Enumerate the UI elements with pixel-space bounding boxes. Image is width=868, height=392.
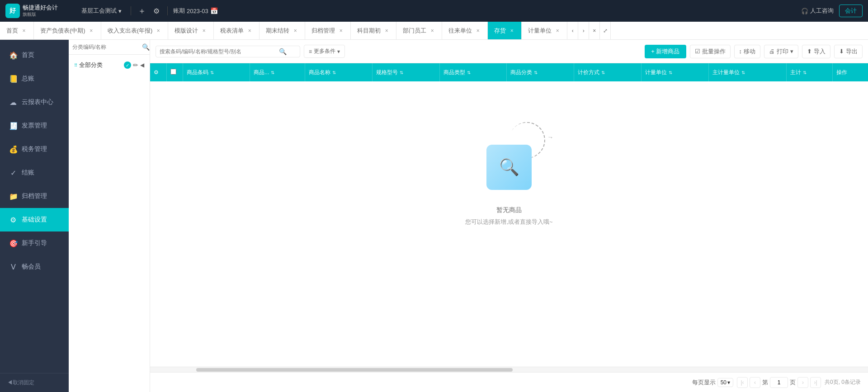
sidebar-item-invoice[interactable]: 🧾 发票管理 bbox=[0, 114, 69, 137]
sidebar-item-tax[interactable]: 💰 税务管理 bbox=[0, 137, 69, 161]
sidebar-item-archive[interactable]: 📁 归档管理 bbox=[0, 184, 69, 208]
account-button[interactable]: 会计 bbox=[839, 5, 863, 17]
th-category[interactable]: 商品分类 ⇅ bbox=[507, 63, 574, 81]
tab-income-statement-close[interactable]: × bbox=[155, 28, 161, 34]
page-label: 第 bbox=[762, 378, 768, 387]
import-button[interactable]: ⬆ 导入 bbox=[802, 45, 830, 58]
tab-dept-staff-close[interactable]: × bbox=[429, 28, 435, 34]
sidebar-item-guide[interactable]: 🎯 新手引导 bbox=[0, 231, 69, 255]
sidebar-item-checkout[interactable]: ✓ 结账 bbox=[0, 161, 69, 184]
th-main-unit[interactable]: 主计量单位 ⇅ bbox=[708, 63, 786, 81]
per-page-select[interactable]: 50 ▾ bbox=[717, 378, 733, 387]
tab-home-close[interactable]: × bbox=[21, 28, 27, 34]
category-badge: ✓ bbox=[124, 61, 131, 69]
tab-income-statement[interactable]: 收入支出表(年报) × bbox=[101, 22, 169, 40]
tab-template-close[interactable]: × bbox=[201, 28, 207, 34]
tab-close-all[interactable]: × bbox=[589, 22, 600, 40]
category-search-icon[interactable]: 🔍 bbox=[142, 43, 150, 51]
tab-tax-list[interactable]: 税表清单 × bbox=[214, 22, 259, 40]
sidebar-archive-label: 归档管理 bbox=[22, 192, 47, 200]
print-button[interactable]: 🖨 打印 ▾ bbox=[764, 45, 798, 58]
collapse-panel-icon[interactable]: ◀ bbox=[140, 62, 144, 68]
export-button[interactable]: ⬇ 导出 bbox=[834, 45, 863, 58]
th-pricing[interactable]: 计价方式 ⇅ bbox=[574, 63, 642, 81]
sidebar-item-member[interactable]: Ⅴ 畅会员 bbox=[0, 255, 69, 279]
tab-subject-init[interactable]: 科目期初 × bbox=[351, 22, 396, 40]
tab-nav-next[interactable]: › bbox=[578, 22, 589, 40]
product-search-input[interactable] bbox=[160, 48, 277, 55]
calendar-icon[interactable]: 📅 bbox=[210, 7, 218, 14]
print-arrow-icon: ▾ bbox=[790, 48, 793, 55]
tab-dept-staff[interactable]: 部门员工 × bbox=[396, 22, 442, 40]
sidebar-settings-label: 基础设置 bbox=[22, 216, 47, 224]
category-search-input[interactable] bbox=[72, 44, 140, 50]
tab-subject-init-close[interactable]: × bbox=[383, 28, 390, 34]
tab-unit[interactable]: 计量单位 × bbox=[522, 22, 567, 40]
th-action-label: 操作 bbox=[836, 69, 847, 76]
tab-tax-list-label: 税表清单 bbox=[220, 27, 244, 35]
next-page-button[interactable]: › bbox=[797, 377, 808, 388]
tab-partner-close[interactable]: × bbox=[475, 28, 481, 34]
sidebar-item-settings[interactable]: ⚙ 基础设置 bbox=[0, 208, 69, 231]
sidebar-item-ledger[interactable]: 📒 总账 bbox=[0, 67, 69, 90]
company-selector[interactable]: 基层工会测试 ▾ bbox=[78, 5, 125, 17]
th-spec[interactable]: 规格型号 ⇅ bbox=[372, 63, 439, 81]
th-settings[interactable]: ⚙ bbox=[150, 63, 166, 81]
product-search-icon[interactable]: 🔍 bbox=[279, 48, 287, 55]
unpin-label: ◀取消固定 bbox=[7, 379, 34, 387]
sort-main-unit-icon: ⇅ bbox=[741, 70, 745, 75]
page-number-input[interactable] bbox=[770, 377, 788, 388]
th-barcode[interactable]: 商品条码 ⇅ bbox=[183, 63, 250, 81]
sidebar-item-cloud-report[interactable]: ☁ 云报表中心 bbox=[0, 90, 69, 114]
app-name: 畅捷通好会计 bbox=[23, 4, 58, 11]
sort-code-icon: ⇅ bbox=[271, 70, 274, 75]
tab-home-label: 首页 bbox=[6, 27, 18, 35]
add-tab-button[interactable]: ＋ bbox=[137, 5, 147, 16]
th-main-calc-label: 主计 bbox=[790, 69, 801, 76]
tab-partner[interactable]: 往来单位 × bbox=[442, 22, 488, 40]
tab-inventory[interactable]: 存货 × bbox=[488, 22, 522, 40]
headset-icon: 🎧 bbox=[801, 8, 808, 14]
th-main-unit-label: 主计量单位 bbox=[712, 69, 740, 76]
service-button[interactable]: 🎧 人工咨询 bbox=[801, 7, 834, 15]
th-main-calc[interactable]: 主计 ⇅ bbox=[786, 63, 832, 81]
tab-archive[interactable]: 归档管理 × bbox=[305, 22, 351, 40]
move-button[interactable]: ↕ 移动 bbox=[734, 45, 761, 58]
sidebar-unpin-button[interactable]: ◀取消固定 bbox=[0, 373, 69, 392]
horizontal-scrollbar[interactable] bbox=[150, 367, 868, 372]
tab-balance-sheet-close[interactable]: × bbox=[88, 28, 94, 34]
tab-expand[interactable]: ⤢ bbox=[600, 22, 611, 40]
tab-tax-list-close[interactable]: × bbox=[246, 28, 253, 34]
th-name[interactable]: 商品名称 ⇅ bbox=[305, 63, 373, 81]
add-product-button[interactable]: + 新增商品 bbox=[645, 45, 686, 58]
edit-category-icon[interactable]: ✏ bbox=[133, 61, 138, 69]
all-categories-item[interactable]: ⠿ 全部分类 ✓ ✏ ◀ bbox=[72, 58, 146, 72]
th-code[interactable]: 商品... ⇅ bbox=[250, 63, 305, 81]
tab-archive-close[interactable]: × bbox=[338, 28, 344, 34]
global-settings-button[interactable]: ⚙ bbox=[151, 5, 162, 16]
empty-title: 暂无商品 bbox=[496, 206, 522, 214]
tab-period-transfer-close[interactable]: × bbox=[292, 28, 298, 34]
logo-icon: 好 bbox=[5, 4, 20, 18]
tab-balance-sheet[interactable]: 资产负债表(中期) × bbox=[34, 22, 101, 40]
tab-template[interactable]: 模版设计 × bbox=[168, 22, 214, 40]
th-checkbox[interactable] bbox=[166, 63, 183, 81]
page-size-selector: 每页显示 50 ▾ bbox=[692, 378, 733, 387]
filter-button[interactable]: ≡ 更多条件 ▾ bbox=[304, 45, 345, 58]
last-page-button[interactable]: ›| bbox=[810, 377, 821, 388]
select-all-checkbox[interactable] bbox=[170, 69, 176, 75]
scroll-thumb[interactable] bbox=[196, 368, 513, 372]
print-label: 打印 bbox=[777, 47, 788, 56]
tab-nav-prev[interactable]: ‹ bbox=[567, 22, 578, 40]
batch-operation-button[interactable]: ☑ 批量操作 bbox=[690, 45, 731, 58]
tab-inventory-close[interactable]: × bbox=[509, 28, 515, 34]
tab-home[interactable]: 首页 × bbox=[0, 22, 34, 40]
prev-page-button[interactable]: ‹ bbox=[750, 377, 760, 388]
th-unit[interactable]: 计量单位 ⇅ bbox=[641, 63, 708, 81]
tab-period-transfer[interactable]: 期末结转 × bbox=[259, 22, 305, 40]
th-type[interactable]: 商品类型 ⇅ bbox=[439, 63, 507, 81]
th-type-label: 商品类型 bbox=[443, 69, 465, 76]
tab-unit-close[interactable]: × bbox=[554, 28, 561, 34]
sidebar-item-home[interactable]: 🏠 首页 bbox=[0, 43, 69, 67]
first-page-button[interactable]: |‹ bbox=[737, 377, 748, 388]
